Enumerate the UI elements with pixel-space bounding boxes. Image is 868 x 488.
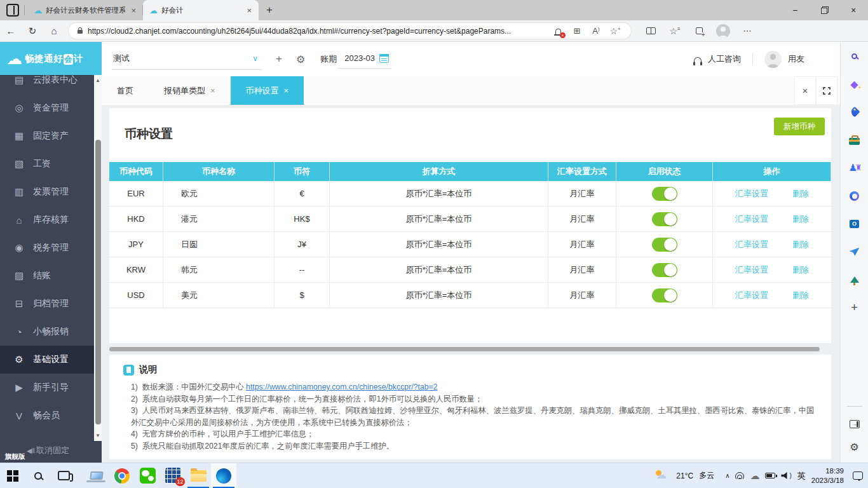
onedrive-icon[interactable]: ☁: [750, 470, 759, 482]
start-button[interactable]: [0, 463, 25, 488]
browser-tab-inactive[interactable]: ☁ 好会计云财务软件管理系统_会计 ×: [27, 0, 143, 20]
sidebar-item-archive[interactable]: ⊟归档管理: [0, 290, 94, 318]
rate-setting-link[interactable]: 汇率设置: [735, 214, 768, 225]
battery-icon[interactable]: [765, 473, 775, 478]
notification-center-icon[interactable]: [853, 471, 863, 480]
weather-icon[interactable]: [654, 470, 670, 482]
edge-icon[interactable]: [211, 463, 236, 488]
tools-icon[interactable]: [849, 134, 860, 146]
lock-icon[interactable]: [78, 30, 83, 34]
hidden-icons-chevron[interactable]: ∧: [725, 472, 729, 479]
sidebar-item-basic-settings[interactable]: ⚙基础设置: [0, 346, 94, 374]
collections-icon[interactable]: ☆≡: [665, 24, 684, 39]
add-account-set-icon[interactable]: +: [276, 53, 282, 65]
add-currency-button[interactable]: 新增币种: [774, 118, 825, 135]
favorite-add-icon[interactable]: ☆+: [606, 24, 625, 39]
microsoft-365-icon[interactable]: [849, 190, 860, 201]
volume-icon[interactable]: ): [781, 472, 791, 480]
sidebar-item-payroll[interactable]: ▧工资: [0, 150, 94, 178]
search-icon[interactable]: [849, 50, 860, 62]
file-explorer-icon[interactable]: [186, 463, 211, 488]
network-icon[interactable]: [735, 472, 744, 479]
rate-setting-link[interactable]: 汇率设置: [735, 188, 768, 200]
chrome-icon[interactable]: [109, 463, 135, 488]
sidebar-item-fixed-assets[interactable]: ▦固定资产: [0, 122, 94, 150]
address-bar[interactable]: https://cloud2.chanjet.com/accounting/uh…: [69, 23, 631, 39]
delete-link[interactable]: 删除: [792, 264, 809, 276]
delete-link[interactable]: 删除: [792, 214, 809, 225]
ime-indicator[interactable]: 英: [797, 470, 806, 482]
app-grid-icon[interactable]: 12: [160, 463, 186, 488]
tab-close-icon[interactable]: ×: [129, 6, 138, 15]
enable-toggle[interactable]: [652, 187, 677, 201]
add-sidebar-item-icon[interactable]: +: [849, 302, 860, 313]
rate-setting-link[interactable]: 汇率设置: [735, 239, 768, 250]
tab-close-icon[interactable]: ×: [245, 6, 254, 15]
enable-toggle[interactable]: [652, 212, 677, 226]
weather-temp[interactable]: 21°C: [676, 471, 693, 480]
split-window-new-icon[interactable]: ⊞: [567, 24, 587, 39]
browser-profile-avatar[interactable]: [714, 24, 733, 39]
drop-icon[interactable]: [849, 246, 860, 257]
settings-gear-icon[interactable]: ⚙: [296, 53, 305, 65]
sidebar-item-membership[interactable]: V畅会员: [0, 402, 94, 430]
scroll-up-icon[interactable]: ▲: [94, 78, 102, 83]
new-tab-button[interactable]: +: [259, 4, 280, 17]
outlook-icon[interactable]: O: [849, 218, 860, 229]
split-screen-icon[interactable]: [641, 24, 660, 39]
read-aloud-icon[interactable]: A): [587, 24, 606, 39]
sidebar-item-invoices[interactable]: ▥发票管理: [0, 178, 94, 206]
rate-setting-link[interactable]: 汇率设置: [735, 264, 768, 276]
user-avatar[interactable]: [764, 51, 782, 68]
enable-toggle[interactable]: [652, 288, 677, 302]
tab-currency-settings[interactable]: 币种设置×: [231, 76, 304, 105]
browser-tab-active[interactable]: ☁ 好会计 ×: [143, 0, 259, 20]
sidebar-item-funds[interactable]: ◎资金管理: [0, 94, 94, 122]
restore-button[interactable]: [810, 0, 839, 20]
delete-link[interactable]: 删除: [792, 290, 809, 301]
sidebar-item-beginner-guide[interactable]: ▶新手引导: [0, 374, 94, 402]
support-link[interactable]: 人工咨询: [708, 53, 741, 65]
scrollbar-thumb[interactable]: [95, 140, 101, 424]
games-icon[interactable]: ♟♜: [849, 162, 860, 173]
home-icon[interactable]: ⌂: [43, 25, 65, 36]
workspaces-icon[interactable]: [6, 4, 19, 17]
more-menu-icon[interactable]: ⋯: [738, 24, 757, 39]
sidebar-scrollbar[interactable]: ▲ ▼: [94, 75, 102, 441]
tab-close-icon[interactable]: ×: [210, 86, 215, 95]
shopping-icon[interactable]: [849, 106, 860, 118]
tab-close-icon[interactable]: ×: [284, 86, 289, 95]
tab-expense-type[interactable]: 报销单类型×: [149, 76, 231, 105]
enable-toggle[interactable]: [652, 238, 677, 252]
account-set-select[interactable]: 测试 ∨: [112, 49, 262, 70]
horizontal-scrollbar[interactable]: [109, 347, 820, 351]
remote-desktop-icon[interactable]: [84, 463, 109, 488]
period-picker[interactable]: 2023-03: [338, 50, 391, 69]
task-view-icon[interactable]: [51, 463, 76, 488]
sidebar-item-closing[interactable]: ▨结账: [0, 262, 94, 290]
chinamoney-link[interactable]: https://www.chinamoney.com.cn/chinese/bk…: [246, 383, 438, 391]
tree-icon[interactable]: [849, 274, 860, 285]
enable-toggle[interactable]: [652, 263, 677, 277]
close-button[interactable]: ×: [839, 0, 868, 20]
url-text[interactable]: https://cloud2.chanjet.com/accounting/uh…: [88, 27, 548, 36]
sidebar-item-tax[interactable]: ◉税务管理: [0, 234, 94, 262]
close-all-tabs-icon[interactable]: ×: [794, 76, 816, 105]
clock[interactable]: 18:39 2023/3/18: [811, 466, 844, 485]
notification-blocked-icon[interactable]: ×: [548, 24, 567, 39]
snapshot-icon[interactable]: [689, 24, 709, 39]
minimize-button[interactable]: −: [780, 0, 810, 20]
tab-home[interactable]: 首页: [102, 76, 149, 105]
sidebar-item-expense[interactable]: ◔小畅报销: [0, 318, 94, 346]
scroll-down-icon[interactable]: ▼: [94, 433, 102, 438]
delete-link[interactable]: 删除: [792, 239, 809, 250]
sidebar-settings-icon[interactable]: ⚙: [849, 441, 860, 452]
hide-sidebar-icon[interactable]: →: [849, 418, 860, 430]
rate-setting-link[interactable]: 汇率设置: [735, 290, 768, 301]
copilot-icon[interactable]: ◆+: [849, 78, 860, 90]
delete-link[interactable]: 删除: [792, 188, 809, 200]
user-name[interactable]: 用友: [788, 53, 804, 65]
back-icon[interactable]: ←: [0, 25, 22, 36]
taskbar-search-icon[interactable]: [25, 463, 51, 488]
sidebar-item-inventory[interactable]: ⌂库存核算: [0, 206, 94, 234]
